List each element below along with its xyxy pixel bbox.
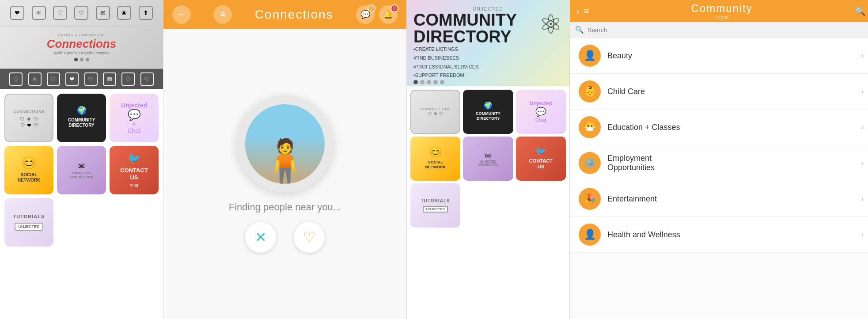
menu-item-employment[interactable]: ⚙️ EmploymentOpportunities › xyxy=(570,145,868,181)
tile-contact[interactable]: 🐦 CONTACTUS ✉ ✿ xyxy=(110,146,159,194)
dir-tile-tutorials[interactable]: TUTORIALS UNJECTED xyxy=(410,183,460,228)
fr-back-button[interactable]: ‹ xyxy=(576,6,580,16)
health-label: Health and Wellness xyxy=(607,230,855,239)
tile-connections[interactable]: CONNECTIONS ♡⚛♡ ♡❤♡ xyxy=(4,94,53,142)
left-header-icons: ❤ ⚛ ♡ ♡ ✉ ❀ ⬆ xyxy=(7,6,156,20)
employment-arrow: › xyxy=(861,159,864,167)
employment-icon: ⚙️ xyxy=(579,152,601,174)
bell-badge: 0 xyxy=(390,4,398,12)
tile-tutorials[interactable]: TUTORIALS UNJECTED xyxy=(4,198,53,247)
envelope-icon: ✉ xyxy=(96,6,110,20)
fr-menu-icon: ≡ xyxy=(584,6,589,16)
flower-icon: ❀ xyxy=(117,6,131,20)
menu-item-entertainment[interactable]: 🎉 Entertainment › xyxy=(570,181,868,217)
dir-tile-unjected-conn[interactable]: ✉ UNJECTEDCONNECTION xyxy=(463,137,513,181)
search-bar-icon: 🔍 xyxy=(575,26,584,34)
fr-back-icon: ‹ xyxy=(576,6,580,16)
profile-circle: 🧍 xyxy=(236,95,334,193)
fr-header-title: Community xyxy=(691,2,752,15)
menu-item-child-care[interactable]: 👶 Child Care › xyxy=(570,74,868,110)
finding-text: Finding people near you... xyxy=(229,201,341,213)
like-button[interactable]: ♡ xyxy=(294,222,325,253)
bullet-1: •CREATE LISTINGS xyxy=(413,45,563,54)
middle-header: ← ≡ Connections 💬 0 🔔 0 xyxy=(163,0,406,29)
heart-icon: ❤ xyxy=(10,6,24,20)
banner-subtitle: DATING & FRIENDSHIP xyxy=(7,33,156,37)
tile-unjected-conn[interactable]: ✉ UNJECTEDCONNECTION xyxy=(57,146,106,194)
education-icon: 😷 xyxy=(579,116,601,138)
child-care-arrow: › xyxy=(861,87,864,95)
share-icon: ⬆ xyxy=(139,6,153,20)
beauty-label: Beauty xyxy=(607,51,855,61)
health-icon: 👤 xyxy=(579,224,601,246)
left-app-grid: CONNECTIONS ♡⚛♡ ♡❤♡ 🌍 COMMUNITYDIRECTORY… xyxy=(0,89,163,251)
strip-envelope-icon: ✉ xyxy=(103,72,116,86)
bell-button[interactable]: 🔔 0 xyxy=(379,5,398,24)
fr-search-button[interactable]: 🔍 xyxy=(855,6,866,16)
far-right-header: ‹ ≡ Community 4 total 🔍 xyxy=(570,0,868,22)
heart3-icon: ♡ xyxy=(74,6,88,20)
dot-3 xyxy=(86,58,89,61)
back-icon: ← xyxy=(178,10,186,19)
dir-tile-chat[interactable]: Unjected 💬 Chat xyxy=(516,90,566,134)
right-mid-panel: UNJECTED COMMUNITYDIRECTORY •CREATE LIST… xyxy=(406,0,570,319)
strip-atom-icon: ⚛ xyxy=(28,72,42,86)
banner-tagline: Build a profile • match • connect xyxy=(7,51,156,55)
bullet-4: •SUPPORT FREEDOM xyxy=(413,71,563,80)
banner-title: Connections xyxy=(7,37,156,51)
dir-dots xyxy=(413,80,563,84)
dir-tile-contact[interactable]: 🐦 CONTACTUS xyxy=(516,137,566,181)
icons-strip: ♡ ⚛ ♡ ❤ ♡ ✉ ♡ ♡ xyxy=(0,69,163,89)
dir-tile-connections[interactable]: CONNECTIONS ♡⚛♡ xyxy=(410,90,460,134)
strip-heart-icon: ♡ xyxy=(9,72,23,86)
menu-item-beauty[interactable]: 👤 Beauty › xyxy=(570,38,868,74)
child-care-icon: 👶 xyxy=(579,80,601,103)
action-buttons: ✕ ♡ xyxy=(245,222,325,253)
reject-button[interactable]: ✕ xyxy=(245,222,276,253)
dir-dot-5 xyxy=(440,80,444,84)
menu-item-health[interactable]: 👤 Health and Wellness › xyxy=(570,217,868,253)
menu-button[interactable]: ≡ xyxy=(213,5,232,24)
left-header: ❤ ⚛ ♡ ♡ ✉ ❀ ⬆ xyxy=(0,0,163,27)
strip-heart2-icon: ♡ xyxy=(47,72,60,86)
banner-dots xyxy=(7,58,156,61)
beauty-arrow: › xyxy=(861,52,864,60)
tile-community-dir[interactable]: 🌍 COMMUNITYDIRECTORY xyxy=(57,94,106,142)
middle-title: Connections xyxy=(255,8,334,22)
strip-heart4-icon: ♡ xyxy=(84,72,98,86)
beauty-icon: 👤 xyxy=(579,45,601,67)
dot-1 xyxy=(74,58,78,61)
fr-header-sub: 4 total xyxy=(715,15,728,20)
dir-dot-2 xyxy=(420,80,425,84)
community-dir-banner: UNJECTED COMMUNITYDIRECTORY •CREATE LIST… xyxy=(407,0,569,86)
matching-area: 🧍 Finding people near you... ✕ ♡ xyxy=(163,29,406,319)
bullet-2: •FIND BUSINESSES xyxy=(413,54,563,63)
fr-menu-button[interactable]: ≡ xyxy=(584,6,589,16)
tile-chat[interactable]: Unjected 💬 ⚛ Chat xyxy=(110,94,159,142)
dir-dot-3 xyxy=(427,80,431,84)
connections-banner: DATING & FRIENDSHIP Connections Build a … xyxy=(0,27,163,69)
search-input[interactable] xyxy=(588,27,867,34)
chat-badge: 0 xyxy=(368,4,375,12)
person-figure: 🧍 xyxy=(258,140,313,184)
menu-icon: ≡ xyxy=(220,10,225,19)
employment-label: EmploymentOpportunities xyxy=(607,154,855,172)
profile-photo: 🧍 xyxy=(245,104,325,184)
tile-social[interactable]: 😊 SOCIALNETWORK xyxy=(4,146,53,194)
entertainment-icon: 🎉 xyxy=(579,188,601,210)
left-panel: ❤ ⚛ ♡ ♡ ✉ ❀ ⬆ DATING & FRIENDSHIP Connec… xyxy=(0,0,163,319)
education-arrow: › xyxy=(861,123,864,131)
education-label: Education + Classes xyxy=(607,123,855,132)
far-right-panel: ‹ ≡ Community 4 total 🔍 🔍 👤 Beauty › 👶 C… xyxy=(570,0,868,319)
strip-heart6-icon: ♡ xyxy=(140,72,154,86)
back-button[interactable]: ← xyxy=(172,5,191,24)
middle-panel: ← ≡ Connections 💬 0 🔔 0 🧍 Finding people… xyxy=(163,0,406,319)
strip-heart3-icon: ❤ xyxy=(65,72,79,86)
child-care-label: Child Care xyxy=(607,87,855,96)
chat-button[interactable]: 💬 0 xyxy=(356,5,375,24)
menu-item-education[interactable]: 😷 Education + Classes › xyxy=(570,110,868,145)
dir-tile-social[interactable]: 😊 SOCIALNETWORK xyxy=(410,137,460,181)
dir-app-grid: CONNECTIONS ♡⚛♡ 🌍 COMMUNITYDIRECTORY Unj… xyxy=(407,86,569,231)
entertainment-label: Entertainment xyxy=(607,194,855,204)
dir-tile-community-dir[interactable]: 🌍 COMMUNITYDIRECTORY xyxy=(463,90,513,134)
